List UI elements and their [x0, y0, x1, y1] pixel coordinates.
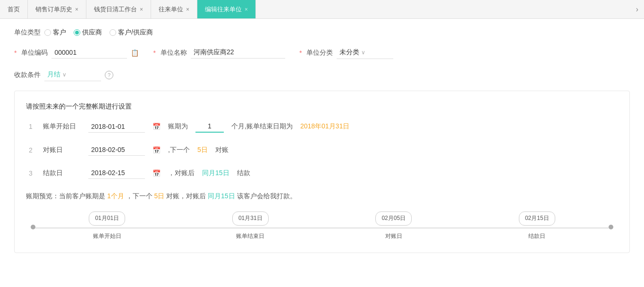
preview-part2: 5日 [154, 192, 164, 200]
radio-supplier[interactable]: 供应商 [74, 28, 102, 37]
payment-terms-row: 收款条件 月结 ∨ ? [14, 68, 630, 81]
radio-supplier-label: 供应商 [82, 28, 102, 37]
row-num-2: 2 [26, 146, 35, 154]
payment-terms-help-icon[interactable]: ? [105, 71, 113, 79]
tab-sales-history-close[interactable]: × [75, 6, 78, 13]
reconciliation-calendar-icon[interactable]: 📅 [153, 146, 161, 154]
tab-sales-history-label: 销售订单历史 [35, 5, 72, 14]
reconciliation-row: 2 对账日 📅 ,下一个 5日 对账 [26, 144, 618, 156]
reconciliation-desc-before: ,下一个 [168, 146, 190, 154]
timeline-label-2: 账单结束日 [236, 231, 264, 242]
account-start-date-input[interactable] [88, 121, 145, 133]
radio-customer-label: 客户 [53, 28, 66, 37]
timeline-label-4: 结款日 [528, 231, 545, 242]
unit-type-radio-group: 客户 供应商 客户/供应商 [44, 28, 153, 37]
tab-cash-ledger-close[interactable]: × [140, 6, 143, 13]
tab-home[interactable]: 首页 [0, 0, 28, 18]
timeline-end-dot [609, 224, 613, 229]
payment-date-input[interactable] [88, 167, 145, 179]
unit-code-required: * [14, 49, 17, 57]
timeline-badge-2: 01月31日 [232, 211, 269, 226]
account-start-label: 账单开始日 [43, 122, 81, 131]
timeline-segment-3: 02月05日 对账日 [322, 211, 466, 241]
unit-code-label: 单位编码 [21, 49, 48, 57]
row-num-1: 1 [26, 123, 35, 130]
tab-sales-history[interactable]: 销售订单历史 × [28, 0, 86, 18]
radio-both-circle [110, 29, 116, 36]
tab-edit-partner-label: 编辑往来单位 [205, 5, 242, 14]
preview-part1: 1个月 [107, 192, 124, 200]
unit-category-label: 单位分类 [306, 49, 333, 57]
tab-cash-ledger[interactable]: 钱货日清工作台 × [86, 0, 151, 18]
tab-bar: 首页 销售订单历史 × 钱货日清工作台 × 往来单位 × 编辑往来单位 × › [0, 0, 644, 19]
timeline-segment-2: 01月31日 账单结束日 [179, 211, 322, 241]
payment-terms-label: 收款条件 [14, 71, 41, 79]
tab-home-label: 首页 [8, 5, 20, 14]
period-for-label: 账期为 [168, 122, 188, 131]
account-start-calendar-icon[interactable]: 📅 [153, 123, 161, 130]
unit-name-label: 单位名称 [161, 49, 187, 57]
unit-category-required: * [299, 49, 302, 57]
payment-date-label: 结款日 [43, 169, 81, 177]
radio-customer[interactable]: 客户 [44, 28, 66, 37]
radio-both-label: 客户/供应商 [118, 28, 153, 37]
tab-partner[interactable]: 往来单位 × [151, 0, 197, 18]
unit-category-chevron: ∨ [361, 49, 365, 56]
radio-both[interactable]: 客户/供应商 [110, 28, 153, 37]
tab-edit-partner[interactable]: 编辑往来单位 × [197, 0, 256, 18]
payment-desc-after: 结款 [237, 169, 250, 177]
preview-part3: 同月15日 [208, 192, 235, 200]
timeline-badge-1: 01月01日 [89, 211, 125, 226]
payment-terms-field: 收款条件 月结 ∨ ? [14, 68, 113, 81]
account-start-row: 1 账单开始日 📅 账期为 个月,账单结束日期为 2018年01月31日 [26, 120, 618, 133]
payment-date-calendar-icon[interactable]: 📅 [153, 169, 161, 177]
preview-label: 账期预览：当前客户账期是 [26, 192, 105, 200]
period-value-input[interactable] [195, 120, 224, 133]
unit-category-value: 未分类 [339, 48, 359, 57]
timeline-label-3: 对账日 [385, 231, 402, 242]
payment-desc-before: ，对账后 [168, 169, 195, 177]
preview-part2-sep: 对账，对账后 [166, 192, 206, 200]
unit-details-row: * 单位编码 📋 * 单位名称 * 单位分类 未分类 ∨ [14, 46, 630, 59]
radio-customer-circle [44, 29, 51, 36]
reconciliation-label: 对账日 [43, 146, 81, 154]
unit-type-label: 单位类型 [14, 28, 41, 37]
payment-terms-value: 月结 [47, 70, 60, 79]
unit-name-field: * 单位名称 [153, 47, 285, 59]
timeline-badge-3: 02月05日 [375, 211, 412, 226]
timeline-start-dot [31, 224, 35, 229]
tab-partner-close[interactable]: × [186, 6, 189, 13]
payment-terms-select[interactable]: 月结 ∨ [44, 68, 101, 81]
timeline: 01月01日 账单开始日 01月31日 账单结束日 [26, 211, 618, 241]
preview-text: 账期预览：当前客户账期是 1个月 ，下一个 5日 对账，对账后 同月15日 该客… [26, 190, 618, 202]
settings-card: 请按照未来的一个完整帐期进行设置 1 账单开始日 📅 账期为 个月,账单结束日期… [14, 91, 630, 253]
tab-cash-ledger-label: 钱货日清工作台 [94, 5, 137, 14]
reconciliation-date-input[interactable] [88, 144, 145, 156]
radio-supplier-circle [74, 29, 80, 36]
unit-name-input[interactable] [191, 47, 285, 59]
settings-card-title: 请按照未来的一个完整帐期进行设置 [26, 102, 618, 111]
row-num-3: 3 [26, 169, 35, 177]
period-unit-label: 个月,账单结束日期为 [231, 122, 293, 131]
unit-type-row: 单位类型 客户 供应商 客户/供应商 [14, 28, 630, 37]
timeline-badge-4: 02月15日 [519, 211, 555, 226]
timeline-segment-4: 02月15日 结款日 [466, 211, 609, 241]
payment-highlight: 同月15日 [202, 169, 229, 177]
timeline-label-1: 账单开始日 [93, 231, 121, 242]
unit-category-select[interactable]: 未分类 ∨ [337, 46, 393, 59]
tab-edit-partner-close[interactable]: × [245, 6, 248, 13]
preview-part3-end: 该客户会给我打款。 [237, 192, 297, 200]
unit-name-required: * [153, 49, 155, 57]
unit-code-input[interactable] [51, 47, 127, 59]
reconciliation-highlight: 5日 [197, 146, 208, 154]
period-end-date: 2018年01月31日 [300, 122, 349, 131]
tab-more-button[interactable]: › [630, 0, 644, 18]
main-content: 单位类型 客户 供应商 客户/供应商 * 单位编码 [0, 19, 644, 287]
unit-code-calendar-icon[interactable]: 📋 [131, 49, 139, 57]
payment-date-row: 3 结款日 📅 ，对账后 同月15日 结款 [26, 167, 618, 179]
unit-type-field: 单位类型 客户 供应商 客户/供应商 [14, 28, 153, 37]
unit-code-field: * 单位编码 📋 [14, 47, 139, 59]
preview-section: 账期预览：当前客户账期是 1个月 ，下一个 5日 对账，对账后 同月15日 该客… [26, 190, 618, 241]
payment-terms-chevron: ∨ [62, 71, 67, 78]
tab-partner-label: 往来单位 [159, 5, 183, 14]
